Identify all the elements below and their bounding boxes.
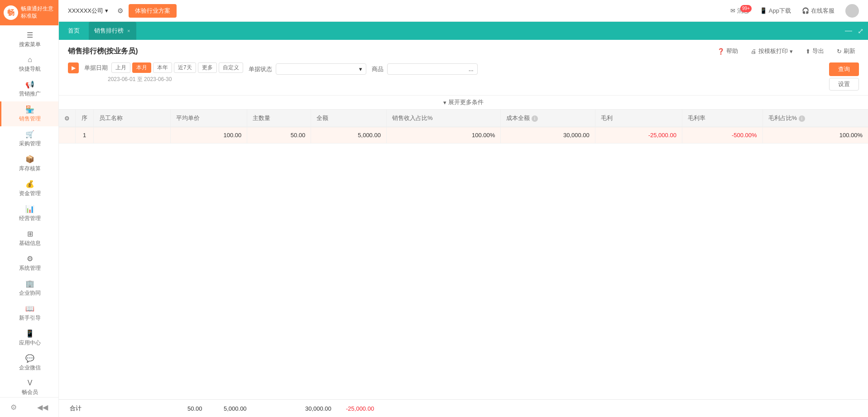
sidebar-item-label: 快捷导航 [19, 65, 41, 73]
settings-button[interactable]: 设置 [829, 78, 859, 91]
inventory-icon: 📦 [25, 155, 34, 163]
status-dropdown[interactable]: ▾ [276, 63, 366, 75]
th-amount: 全额 [311, 110, 387, 127]
refresh-button[interactable]: ↻ 刷新 [833, 45, 859, 57]
th-qty: 主数量 [247, 110, 311, 127]
th-settings[interactable]: ⚙ [59, 110, 76, 127]
chevron-down-icon: ▾ [105, 7, 108, 14]
sidebar-item-purchase[interactable]: 🛒 采购管理 [0, 126, 58, 151]
status-label: 单据状态 [249, 65, 272, 73]
query-button[interactable]: 查询 [829, 62, 859, 76]
date-btn-custom[interactable]: 自定义 [219, 62, 243, 73]
tab-close-icon[interactable]: × [126, 28, 131, 34]
sidebar-item-guide[interactable]: 📖 新手引导 [0, 301, 58, 326]
sales-icon: 🏪 [25, 105, 34, 114]
footer-profit: -25,000.00 [340, 405, 381, 412]
sidebar-item-marketing[interactable]: 📢 营销推广 [0, 77, 58, 101]
date-btn-more[interactable]: 更多 [198, 62, 217, 73]
date-buttons: 上月 本月 本年 近7天 更多 自定义 [111, 62, 243, 73]
company-selector[interactable]: XXXXXX公司 ▾ [64, 5, 112, 17]
sidebar-item-label: 企业微信 [19, 364, 41, 372]
page-header: 销售排行榜(按业务员) ❓ 帮助 🖨 按模板打印 ▾ ⬆ 导出 [59, 40, 868, 96]
th-profit: 毛利 [595, 110, 682, 127]
member-icon: V [28, 379, 33, 387]
topbar-settings-icon[interactable]: ⚙ [115, 5, 125, 17]
date-btn-last-month[interactable]: 上月 [111, 62, 130, 73]
sidebar-item-label: 经营管理 [19, 215, 41, 222]
sidebar-item-sales[interactable]: 🏪 销售管理 [0, 101, 58, 126]
guide-icon: 📖 [25, 304, 34, 313]
purchase-icon: 🛒 [25, 130, 34, 139]
sidebar-item-label: 资金管理 [19, 190, 41, 197]
service-label: 在线客服 [811, 7, 834, 15]
system-icon: ⚙ [27, 254, 33, 263]
table-body: 1 100.00 50.00 5,000.00 100.00% 30,000.0… [59, 127, 868, 144]
td-sales-pct: 100.00% [386, 127, 500, 144]
sidebar-item-wechat[interactable]: 💬 企业微信 [0, 350, 58, 375]
date-btn-this-year[interactable]: 本年 [153, 62, 172, 73]
sidebar-item-search[interactable]: ☰ 搜索菜单 [0, 27, 58, 52]
app-download-button[interactable]: 📱 App下载 [756, 5, 795, 17]
sidebar-item-system[interactable]: ⚙ 系统管理 [0, 251, 58, 276]
sidebar-item-label: 销售管理 [19, 115, 41, 123]
megaphone-icon: 📢 [25, 80, 34, 89]
tab-sales-ranking[interactable]: 销售排行榜 × [89, 22, 136, 40]
collapse-icon[interactable]: ◀◀ [35, 401, 50, 413]
sidebar-item-quicknav[interactable]: ⌂ 快捷导航 [0, 52, 58, 77]
sidebar-item-label: 系统管理 [19, 264, 41, 272]
th-index: 序 [76, 110, 94, 127]
trial-button[interactable]: 体验行业方案 [129, 4, 177, 18]
sidebar-item-finance[interactable]: 💰 资金管理 [0, 176, 58, 201]
tab-home[interactable]: 首页 [61, 22, 87, 40]
goods-filter: 商品 ... [372, 63, 478, 75]
sidebar-item-basic[interactable]: ⊞ 基础信息 [0, 226, 58, 251]
profit-pct-info-icon[interactable]: i [799, 115, 805, 122]
table-row[interactable]: 1 100.00 50.00 5,000.00 100.00% 30,000.0… [59, 127, 868, 144]
td-avg-price: 100.00 [170, 127, 247, 144]
sidebar-item-operations[interactable]: 📊 经营管理 [0, 201, 58, 226]
sidebar-item-label: 企业协同 [19, 289, 41, 297]
export-icon: ⬆ [806, 48, 810, 55]
th-profit-rate: 毛利率 [682, 110, 762, 127]
print-button[interactable]: 🖨 按模板打印 ▾ [747, 45, 796, 57]
goods-input[interactable]: ... [387, 63, 478, 75]
user-avatar[interactable] [845, 4, 859, 18]
date-btn-this-month[interactable]: 本月 [132, 62, 151, 73]
sidebar-logo: 畅 畅康通好生意 标准版 [0, 0, 58, 25]
tab-label: 销售排行榜 [94, 27, 124, 35]
sidebar-item-label: 营销推广 [19, 90, 41, 98]
operations-icon: 📊 [25, 205, 34, 213]
logo-text: 畅康通好生意 标准版 [21, 5, 53, 19]
footer-qty: 50.00 [182, 405, 218, 412]
expand-conditions-button[interactable]: ▾ 展开更多条件 [443, 98, 484, 106]
th-cost: 成本全额 i [501, 110, 595, 127]
minimize-icon[interactable]: — [842, 25, 855, 37]
td-profit: -25,000.00 [595, 127, 682, 144]
table-footer: 合计 50.00 5,000.00 30,000.00 -25,000.00 [59, 399, 868, 417]
wechat-icon: 💬 [25, 354, 34, 363]
sidebar-item-enterprise[interactable]: 🏢 企业协同 [0, 276, 58, 301]
message-icon: ✉ [730, 7, 735, 14]
filter-toggle-button[interactable]: ▶ [68, 62, 79, 73]
date-btn-7days[interactable]: 近7天 [174, 62, 196, 73]
sidebar-item-label: 畅会员 [22, 388, 38, 396]
help-button[interactable]: ❓ 帮助 [714, 45, 742, 57]
headset-icon: 🎧 [802, 7, 809, 14]
date-filter-row: 单据日期 上月 本月 本年 近7天 更多 自定义 [84, 62, 243, 73]
td-name [94, 127, 171, 144]
company-name: XXXXXX公司 [68, 7, 103, 15]
td-amount: 5,000.00 [311, 127, 387, 144]
sidebar-item-member[interactable]: V 畅会员 [0, 375, 58, 397]
app-label: App下载 [769, 7, 791, 15]
logo-icon: 畅 [4, 5, 18, 20]
sidebar-item-inventory[interactable]: 📦 库存核算 [0, 151, 58, 176]
sidebar-item-appcenter[interactable]: 📱 应用中心 [0, 326, 58, 350]
export-button[interactable]: ⬆ 导出 [802, 45, 828, 57]
date-range-text: 2023-06-01 至 2023-06-30 [108, 76, 172, 82]
online-service-button[interactable]: 🎧 在线客服 [798, 5, 838, 17]
cost-info-icon[interactable]: i [532, 115, 538, 122]
maximize-icon[interactable]: ⤢ [855, 25, 866, 37]
message-button[interactable]: ✉ 消息 99+ [727, 5, 753, 17]
content-area: 销售排行榜(按业务员) ❓ 帮助 🖨 按模板打印 ▾ ⬆ 导出 [59, 40, 868, 417]
settings-bottom-icon[interactable]: ⚙ [9, 401, 19, 413]
